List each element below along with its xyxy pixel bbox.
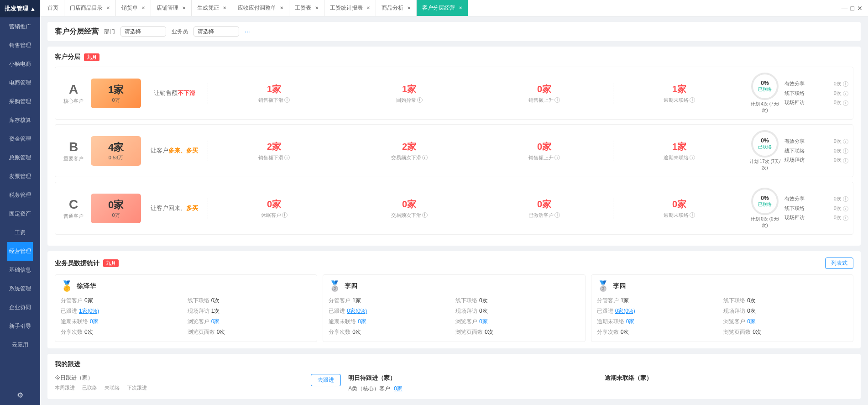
- tab-门店商品目录[interactable]: 门店商品目录✕: [64, 0, 116, 16]
- tab-工资表[interactable]: 工资表✕: [289, 0, 324, 16]
- info-icon[interactable]: i: [554, 212, 560, 218]
- stat-count[interactable]: 2家: [212, 141, 336, 153]
- tab-close-商品分析[interactable]: ✕: [407, 5, 411, 11]
- dept-select[interactable]: 请选择: [120, 26, 166, 37]
- staff-stat-value[interactable]: 0家(0%): [347, 307, 367, 315]
- stat-count[interactable]: 0家: [212, 198, 336, 210]
- stat-label: 交易频次下滑 i: [347, 154, 471, 161]
- staff-stat-value[interactable]: 0家: [626, 318, 635, 326]
- sidebar-item-云应用[interactable]: 云应用: [7, 336, 33, 354]
- staff-stat-value[interactable]: 0家(0%): [615, 307, 635, 315]
- staff-stat-row: 现场拜访0次: [455, 307, 580, 315]
- list-view-btn[interactable]: 列表式: [825, 258, 853, 269]
- stat-label: 销售额上升 i: [482, 97, 607, 104]
- stat-count[interactable]: 0家: [482, 83, 607, 95]
- stat-item: 0家休眠客户 i: [208, 198, 340, 219]
- tab-首页[interactable]: 首页: [42, 0, 64, 16]
- staff-stat-value[interactable]: 0家: [90, 318, 99, 326]
- info-icon[interactable]: i: [554, 155, 560, 160]
- sidebar-item-小畅电商[interactable]: 小畅电商: [7, 55, 33, 74]
- tab-商品分析[interactable]: 商品分析✕: [376, 0, 417, 16]
- minimize-icon[interactable]: —: [842, 5, 848, 12]
- sidebar-item-税务管理[interactable]: 税务管理: [7, 186, 33, 205]
- tab-close-客户分层经营[interactable]: ✕: [459, 5, 462, 11]
- tab-应收应付调整单[interactable]: 应收应付调整单✕: [232, 0, 289, 16]
- sidebar-item-营销推广[interactable]: 营销推广: [7, 17, 33, 36]
- side-stat-info[interactable]: i: [843, 91, 848, 96]
- tab-close-生成凭证[interactable]: ✕: [223, 5, 226, 11]
- sidebar-item-工资[interactable]: 工资: [7, 223, 33, 242]
- tab-close-工资表[interactable]: ✕: [315, 5, 319, 11]
- side-stat-info[interactable]: i: [843, 216, 848, 221]
- staff-stat-value[interactable]: 0家: [211, 318, 220, 326]
- staff-stat-row: 现场拜访0次: [723, 307, 847, 315]
- side-stat-info[interactable]: i: [843, 206, 848, 211]
- tab-销货单[interactable]: 销货单✕: [116, 0, 151, 16]
- sidebar-item-发票管理[interactable]: 发票管理: [7, 167, 33, 186]
- side-stat-info[interactable]: i: [843, 139, 848, 144]
- sidebar-item-电商管理[interactable]: 电商管理: [7, 74, 33, 92]
- stat-count[interactable]: 2家: [347, 141, 471, 153]
- info-icon[interactable]: i: [690, 212, 695, 218]
- staff-stat-value: 1家: [621, 297, 629, 305]
- sidebar-item-基础信息[interactable]: 基础信息: [7, 261, 33, 279]
- tab-close-应收应付调整单[interactable]: ✕: [280, 5, 283, 11]
- info-icon[interactable]: i: [417, 97, 423, 103]
- tab-close-销货单[interactable]: ✕: [141, 5, 145, 11]
- stat-count[interactable]: 0家: [482, 141, 607, 153]
- sidebar-item-企业协同[interactable]: 企业协同: [7, 298, 33, 317]
- info-icon[interactable]: i: [690, 97, 695, 103]
- info-icon[interactable]: i: [284, 155, 290, 160]
- tab-店铺管理[interactable]: 店铺管理✕: [151, 0, 192, 16]
- sidebar-item-资金管理[interactable]: 资金管理: [7, 130, 33, 148]
- side-stat-value: 0次 i: [834, 146, 848, 156]
- stat-count[interactable]: 0家: [617, 198, 742, 210]
- stat-count[interactable]: 1家: [617, 141, 742, 153]
- side-stat-info[interactable]: i: [843, 81, 848, 87]
- staff-stat-value[interactable]: 0家: [747, 318, 756, 326]
- staff-stat-value[interactable]: 0家: [479, 318, 488, 326]
- tab-close-店铺管理[interactable]: ✕: [182, 5, 186, 11]
- sidebar-item-库存核算[interactable]: 库存核算: [7, 111, 33, 130]
- side-stat-info[interactable]: i: [843, 148, 848, 154]
- side-stat-info[interactable]: i: [843, 196, 848, 202]
- sidebar-header[interactable]: 批发管理 ▲: [0, 0, 40, 17]
- sidebar-item-新手引导[interactable]: 新手引导: [7, 317, 33, 336]
- sidebar-item-经营管理[interactable]: 经营管理: [7, 242, 33, 261]
- sidebar-item-销售管理[interactable]: 销售管理: [7, 36, 33, 55]
- stat-count[interactable]: 1家: [347, 83, 471, 95]
- stat-count[interactable]: 0家: [347, 198, 471, 210]
- sidebar-collapse-icon[interactable]: ▲: [30, 5, 36, 12]
- sidebar-item-固定资产[interactable]: 固定资产: [7, 205, 33, 223]
- overdue-label: 逾期未联络（家）: [605, 374, 853, 382]
- go-follow-btn[interactable]: 去跟进: [311, 374, 341, 386]
- restore-icon[interactable]: □: [851, 5, 854, 12]
- tab-工资统计报表[interactable]: 工资统计报表✕: [324, 0, 376, 16]
- staff-stat-value[interactable]: 0家: [358, 318, 366, 326]
- tab-生成凭证[interactable]: 生成凭证✕: [192, 0, 232, 16]
- info-icon[interactable]: i: [554, 97, 560, 103]
- stat-count[interactable]: 0家: [482, 198, 607, 210]
- info-icon[interactable]: i: [690, 155, 695, 160]
- info-icon[interactable]: i: [422, 155, 428, 160]
- more-filters-btn[interactable]: ···: [245, 28, 250, 35]
- side-stat-info[interactable]: i: [843, 158, 848, 163]
- sidebar-item-采购管理[interactable]: 采购管理: [7, 92, 33, 111]
- staff-stat-value[interactable]: 1家(0%): [79, 307, 99, 315]
- tab-close-门店商品目录[interactable]: ✕: [106, 5, 110, 11]
- side-stat-row: 有效分享0次 i: [784, 194, 848, 204]
- sidebar-item-总账管理[interactable]: 总账管理: [7, 148, 33, 167]
- staff-stat-label: 分享次数: [597, 328, 619, 336]
- staff-select[interactable]: 请选择: [193, 26, 239, 37]
- tab-close-工资统计报表[interactable]: ✕: [366, 5, 370, 11]
- sidebar-item-系统管理[interactable]: 系统管理: [7, 279, 33, 298]
- info-icon[interactable]: i: [282, 212, 288, 218]
- side-stat-info[interactable]: i: [843, 100, 848, 106]
- info-icon[interactable]: i: [284, 97, 290, 103]
- stat-count[interactable]: 1家: [617, 83, 742, 95]
- tab-客户分层经营[interactable]: 客户分层经营✕: [417, 0, 468, 16]
- stat-count[interactable]: 1家: [212, 83, 336, 95]
- close-icon[interactable]: ✕: [857, 5, 863, 12]
- info-icon[interactable]: i: [422, 212, 428, 218]
- settings-icon[interactable]: ⚙: [0, 385, 40, 405]
